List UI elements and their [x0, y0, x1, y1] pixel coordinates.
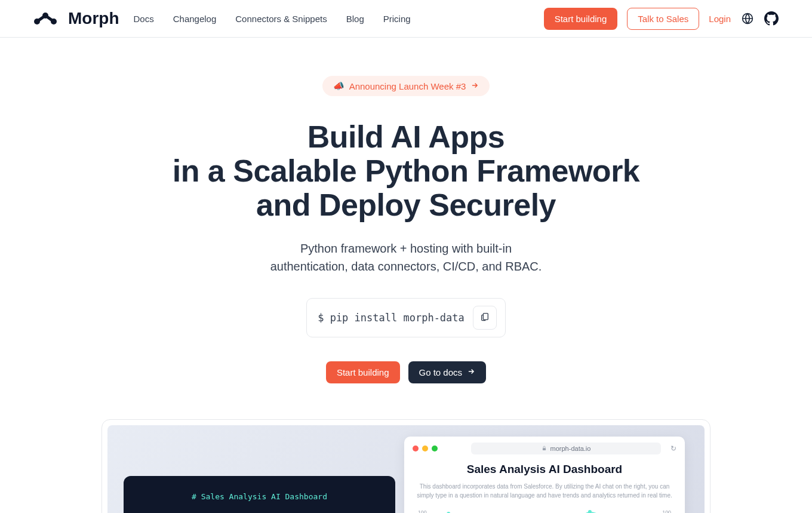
browser-chrome: morph-data.io ↻: [404, 437, 685, 460]
install-command-box: $ pip install morph-data: [306, 298, 506, 337]
login-link[interactable]: Login: [709, 14, 731, 24]
code-heading: # Sales Analysis AI Dashboard: [138, 490, 381, 503]
brand-logo[interactable]: Morph: [33, 9, 119, 28]
morph-logo-icon: [33, 12, 63, 25]
url-bar: morph-data.io: [471, 443, 661, 454]
traffic-light-minimize-icon: [422, 446, 428, 451]
brand-name: Morph: [68, 9, 119, 28]
nav-changelog[interactable]: Changelog: [173, 14, 217, 24]
header-actions: Start building Talk to Sales Login: [544, 8, 779, 30]
globe-icon[interactable]: [740, 11, 755, 26]
nav-pricing[interactable]: Pricing: [383, 14, 411, 24]
cta-row: Start building Go to docs: [0, 361, 812, 383]
svg-point-25: [588, 510, 592, 513]
hero-title: Build AI Apps in a Scalable Python Frame…: [0, 120, 812, 223]
start-building-button[interactable]: Start building: [544, 8, 618, 30]
clipboard-icon: [480, 312, 490, 323]
svg-text:100: 100: [418, 509, 427, 513]
nav-blog[interactable]: Blog: [346, 14, 364, 24]
arrow-right-icon: [470, 81, 479, 91]
go-to-docs-button[interactable]: Go to docs: [408, 361, 487, 383]
nav-docs[interactable]: Docs: [134, 14, 154, 24]
hero-title-line2: in a Scalable Python Framework: [173, 153, 640, 188]
lock-icon: [542, 445, 547, 452]
svg-rect-4: [483, 314, 488, 320]
svg-rect-5: [542, 448, 545, 450]
arrow-right-icon: [467, 367, 475, 377]
dashboard-description: This dashboard incorporates data from Sa…: [415, 482, 674, 500]
hero-subtitle: Python framework + hosting with built-in…: [0, 239, 812, 275]
svg-text:100: 100: [662, 509, 671, 513]
dashboard-title: Sales Analysis AI Dashboard: [415, 463, 674, 476]
product-preview: # Sales Analysis AI Dashboard This dashb…: [102, 419, 710, 513]
github-icon[interactable]: [764, 11, 779, 26]
dashboard-chart: 100 80 60 100 80 60: [415, 508, 674, 513]
browser-url: morph-data.io: [550, 445, 591, 452]
hero-sub-line2: authentication, data connectors, CI/CD, …: [270, 260, 542, 273]
talk-to-sales-button[interactable]: Talk to Sales: [627, 8, 699, 30]
hero-section: 📣 Announcing Launch Week #3 Build AI App…: [0, 38, 812, 513]
dashboard-content: Sales Analysis AI Dashboard This dashboa…: [404, 460, 685, 513]
go-to-docs-label: Go to docs: [419, 367, 463, 377]
preview-canvas: # Sales Analysis AI Dashboard This dashb…: [107, 425, 705, 513]
install-command: $ pip install morph-data: [318, 312, 465, 324]
reload-icon: ↻: [670, 444, 676, 453]
announcement-pill[interactable]: 📣 Announcing Launch Week #3: [322, 76, 490, 96]
code-editor-panel: # Sales Analysis AI Dashboard This dashb…: [124, 476, 395, 513]
hero-start-building-button[interactable]: Start building: [326, 361, 400, 383]
copy-button[interactable]: [473, 306, 497, 330]
hero-title-line3: and Deploy Securely: [256, 188, 556, 222]
main-nav: Docs Changelog Connectors & Snippets Blo…: [134, 14, 411, 24]
megaphone-icon: 📣: [333, 81, 345, 91]
site-header: Morph Docs Changelog Connectors & Snippe…: [0, 0, 812, 38]
hero-sub-line1: Python framework + hosting with built-in: [300, 242, 512, 255]
traffic-light-zoom-icon: [432, 446, 438, 451]
browser-mockup: morph-data.io ↻ Sales Analysis AI Dashbo…: [404, 437, 685, 513]
announcement-text: Announcing Launch Week #3: [349, 81, 466, 91]
hero-title-line1: Build AI Apps: [307, 119, 505, 154]
nav-connectors[interactable]: Connectors & Snippets: [235, 14, 327, 24]
traffic-light-close-icon: [413, 446, 419, 451]
